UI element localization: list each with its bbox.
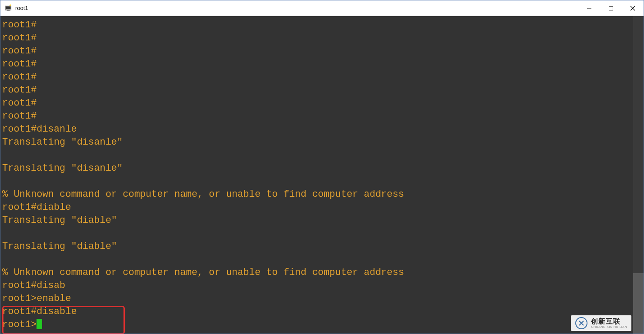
terminal-line: root1> [2,318,631,331]
terminal-line: root1# [2,84,631,97]
titlebar[interactable]: root1 [0,0,644,16]
watermark: 创新互联 CHUANG XIN HU LIAN [571,315,631,331]
window-controls [578,0,644,16]
terminal-line: root1# [2,110,631,123]
terminal-line: root1# [2,45,631,58]
cursor [37,319,42,329]
terminal-line [2,227,631,240]
scrollbar-thumb[interactable] [633,273,644,334]
terminal-line [2,253,631,266]
minimize-button[interactable] [578,0,600,16]
watermark-logo-icon [575,317,587,329]
maximize-button[interactable] [600,0,622,16]
terminal-line [2,175,631,188]
scrollbar[interactable] [633,16,644,334]
terminal-container: root1#root1#root1#root1#root1#root1#root… [0,16,644,334]
svg-rect-2 [7,10,10,11]
terminal-line: Translating "disanle" [2,162,631,175]
terminal-line: % Unknown command or computer name, or u… [2,188,631,201]
terminal[interactable]: root1#root1#root1#root1#root1#root1#root… [0,16,633,334]
svg-rect-1 [6,6,10,9]
watermark-sub-text: CHUANG XIN HU LIAN [591,325,627,329]
close-button[interactable] [622,0,644,16]
terminal-line: root1#diable [2,201,631,214]
application-window: root1 root1#root1#root1#root1#root1#root… [0,0,644,334]
terminal-line: root1>enable [2,292,631,305]
watermark-main-text: 创新互联 [591,317,627,325]
terminal-line [2,149,631,162]
terminal-line: root1#disable [2,305,631,318]
terminal-line: root1# [2,32,631,45]
terminal-line: root1#disanle [2,123,631,136]
terminal-line: % Unknown command or computer name, or u… [2,266,631,279]
terminal-line: Translating "diable" [2,214,631,227]
terminal-line: root1#disab [2,279,631,292]
watermark-text: 创新互联 CHUANG XIN HU LIAN [591,317,627,328]
window-title: root1 [15,5,578,11]
svg-rect-4 [609,6,613,10]
putty-icon [4,4,13,13]
terminal-line: root1# [2,97,631,110]
terminal-line: root1# [2,71,631,84]
terminal-line: root1# [2,19,631,32]
terminal-line: root1# [2,58,631,71]
terminal-line: Translating "diable" [2,240,631,253]
terminal-line: Translating "disanle" [2,136,631,149]
